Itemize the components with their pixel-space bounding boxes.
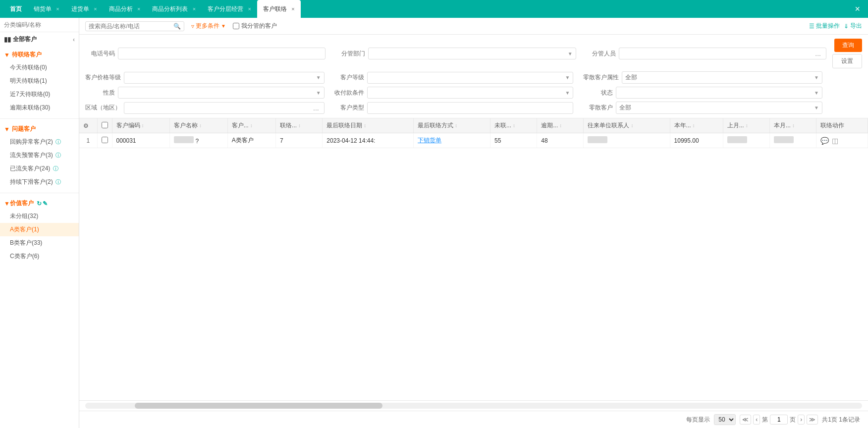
col-last-method-sort-icon[interactable]: ↕ xyxy=(455,123,457,128)
col-no-contact-sort-icon[interactable]: ↕ xyxy=(513,123,515,128)
filter-retail-select[interactable]: 全部 ▼ xyxy=(616,102,822,114)
page-size-select[interactable]: 50 xyxy=(714,414,736,425)
filter-region-select[interactable]: ... xyxy=(124,102,325,114)
col-overdue-sort-icon[interactable]: ↕ xyxy=(559,123,562,128)
nav-purchase-close[interactable]: × xyxy=(94,6,97,12)
page-size-label: 每页显示 xyxy=(686,416,710,424)
batch-icon: ☰ xyxy=(809,23,814,30)
window-close-button[interactable]: × xyxy=(851,4,864,14)
sidebar-all-customers[interactable]: ▮▮ 全部客户 ‹ xyxy=(0,32,79,47)
sidebar-section-pending-title[interactable]: ▼ 待联络客户 xyxy=(0,49,79,61)
nature-arrow-icon: ▼ xyxy=(316,90,321,96)
nav-product-analysis-list[interactable]: 商品分析列表 × xyxy=(146,0,202,18)
nav-customer-layer-close[interactable]: × xyxy=(248,6,251,12)
sidebar-item-declining[interactable]: 持续下滑客户(2) ⓘ xyxy=(0,175,79,189)
region-dots-icon[interactable]: ... xyxy=(311,104,321,112)
person-dots-icon[interactable]: ... xyxy=(813,50,823,57)
sidebar-item-7days[interactable]: 近7天待联络(0) xyxy=(0,88,79,101)
filter-more-button[interactable]: ▿ 更多条件 ▼ xyxy=(188,21,229,31)
horizontal-scrollbar-thumb[interactable] xyxy=(135,403,382,409)
col-this-year-sort-icon[interactable]: ↕ xyxy=(693,123,695,128)
horizontal-scrollbar[interactable] xyxy=(85,403,862,409)
last-method-link[interactable]: 下销货单 xyxy=(418,137,441,144)
setting-button[interactable]: 设置 xyxy=(832,54,862,68)
retail-arrow-icon: ▼ xyxy=(814,105,819,110)
sidebar-collapse-icon[interactable]: ‹ xyxy=(73,36,75,43)
filter-row-4: 区域（地区） ... 客户类型 零散客户 全部 ▼ xyxy=(85,102,862,114)
filter-retail-attr-select[interactable]: 全部 ▼ xyxy=(622,71,822,84)
sidebar-section-value-title[interactable]: ▼ 价值客户 ↻ ✎ xyxy=(0,197,79,210)
nav-product-analysis-close[interactable]: × xyxy=(137,6,140,12)
export-button[interactable]: ⇓ 导出 xyxy=(844,22,862,30)
nav-product-list-close[interactable]: × xyxy=(193,6,196,12)
my-customer-checkbox-wrap: 我分管的客户 xyxy=(233,22,277,30)
value-edit-icon[interactable]: ✎ xyxy=(43,200,48,207)
col-code-sort-icon[interactable]: ↕ xyxy=(142,123,144,128)
row-checkbox[interactable] xyxy=(102,137,108,143)
col-last-method: 最后联络方式 ↕ xyxy=(414,118,490,133)
nav-home[interactable]: 首页 xyxy=(4,0,28,18)
filter-cust-type: 客户类型 xyxy=(334,102,574,114)
message-icon[interactable]: 💬 xyxy=(820,137,829,145)
sidebar-item-churned[interactable]: 已流失客户(24) ⓘ xyxy=(0,162,79,175)
sidebar-item-repurchase-abnormal[interactable]: 回购异常客户(2) ⓘ xyxy=(0,135,79,149)
cell-name: ? xyxy=(170,133,228,148)
first-page-button[interactable]: ≪ xyxy=(740,415,751,425)
query-button[interactable]: 查询 xyxy=(834,39,862,52)
col-type-sort-icon[interactable]: ↕ xyxy=(250,123,253,128)
prev-page-button[interactable]: ‹ xyxy=(753,415,760,425)
sidebar-section-problem-title[interactable]: ▼ 问题客户 xyxy=(0,123,79,135)
sidebar-item-class-c[interactable]: C类客户(6) xyxy=(0,250,79,263)
filter-phone-select[interactable] xyxy=(118,48,326,59)
nav-customer-layer[interactable]: 客户分层经营 × xyxy=(202,0,257,18)
filter-nature-select[interactable]: ▼ xyxy=(118,87,325,99)
search-icon[interactable]: 🔍 xyxy=(173,23,181,30)
sidebar-item-churn-warning[interactable]: 流失预警客户(3) ⓘ xyxy=(0,149,79,162)
sidebar-item-tomorrow[interactable]: 明天待联络(1) xyxy=(0,74,79,88)
nav-sales-close[interactable]: × xyxy=(56,6,59,12)
col-last-month: 上月... ↕ xyxy=(723,118,769,133)
filter-cust-level-select[interactable]: ▼ xyxy=(367,72,574,84)
qr-icon[interactable]: ◫ xyxy=(832,137,838,145)
sidebar-search-input[interactable] xyxy=(4,21,78,28)
nav-customer-contact-close[interactable]: × xyxy=(291,6,294,12)
col-contact-sort-icon[interactable]: ↕ xyxy=(298,123,301,128)
filter-person-select[interactable]: ... xyxy=(619,48,826,59)
nav-sales[interactable]: 销货单 × xyxy=(28,0,65,18)
filter-price-select[interactable]: ▼ xyxy=(124,72,325,84)
filter-row-1: 电话号码 分管部门 ▼ 分管人员 ... xyxy=(85,39,862,68)
col-this-month-sort-icon[interactable]: ↕ xyxy=(792,123,795,128)
col-last-date-sort-icon[interactable]: ↕ xyxy=(364,123,366,128)
nav-purchase[interactable]: 进货单 × xyxy=(65,0,103,18)
sidebar-item-overdue[interactable]: 逾期未联络(30) xyxy=(0,101,79,114)
select-all-checkbox[interactable] xyxy=(102,122,108,128)
nav-customer-contact[interactable]: 客户联络 × xyxy=(257,0,301,18)
sidebar-item-class-a[interactable]: A类客户(1) xyxy=(0,223,79,236)
filter-dept-select[interactable]: ▼ xyxy=(368,48,576,59)
search-input[interactable] xyxy=(89,23,173,30)
gear-icon[interactable]: ⚙ xyxy=(83,122,89,129)
sidebar-item-class-b[interactable]: B类客户(33) xyxy=(0,236,79,250)
cell-action: 💬 ◫ xyxy=(816,133,868,148)
next-page-button[interactable]: › xyxy=(798,415,805,425)
col-name-sort-icon[interactable]: ↕ xyxy=(199,123,202,128)
col-name: 客户名称 ↕ xyxy=(170,118,228,133)
dept-arrow-icon: ▼ xyxy=(568,51,573,56)
col-last-month-sort-icon[interactable]: ↕ xyxy=(746,123,748,128)
sidebar-item-today[interactable]: 今天待联络(0) xyxy=(0,61,79,74)
last-page-button[interactable]: ≫ xyxy=(807,415,818,425)
my-customer-checkbox[interactable] xyxy=(233,23,239,29)
sidebar-section-value: ▼ 价值客户 ↻ ✎ 未分组(32) A类客户(1) B类客户(33) C类客户… xyxy=(0,195,79,265)
sidebar-divider-2 xyxy=(0,193,79,193)
sidebar-item-ungroup[interactable]: 未分组(32) xyxy=(0,210,79,223)
col-unit-contact-sort-icon[interactable]: ↕ xyxy=(631,123,633,128)
filter-cust-type-select[interactable] xyxy=(367,102,574,114)
filter-payment-select[interactable]: ▼ xyxy=(367,87,574,99)
page-input[interactable] xyxy=(770,415,788,425)
col-no-contact-label: 未联... xyxy=(494,121,511,130)
nav-product-analysis[interactable]: 商品分析 × xyxy=(103,0,147,18)
col-code: 客户编码 ↕ xyxy=(112,118,170,133)
batch-operation-button[interactable]: ☰ 批量操作 xyxy=(809,22,840,30)
value-refresh-icon[interactable]: ↻ xyxy=(37,200,42,207)
filter-status-select[interactable]: ▼ xyxy=(616,87,822,99)
